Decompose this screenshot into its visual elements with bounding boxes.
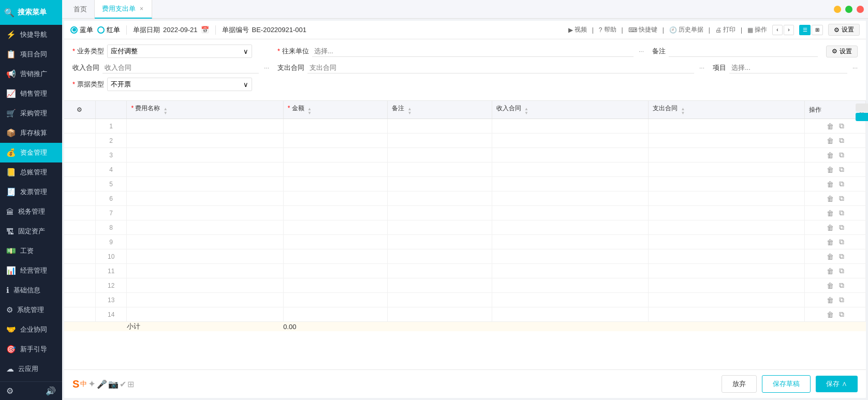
- remark-input[interactable]: [669, 46, 818, 57]
- row-delete-button[interactable]: 🗑: [825, 281, 835, 290]
- row-copy-button[interactable]: ⧉: [837, 208, 846, 218]
- row-delete-button[interactable]: 🗑: [825, 252, 835, 261]
- row-amount[interactable]: [283, 177, 388, 191]
- row-delete-button[interactable]: 🗑: [825, 194, 835, 203]
- sidebar-item-payroll[interactable]: 💵 工资: [0, 241, 62, 261]
- partner-more-icon[interactable]: ···: [639, 48, 644, 55]
- row-income-contract[interactable]: [492, 162, 648, 177]
- view-grid-button[interactable]: ⊞: [812, 25, 823, 35]
- sidebar-search-label[interactable]: 搜索菜单: [18, 8, 47, 17]
- window-maximize-button[interactable]: [845, 6, 852, 13]
- row-remark[interactable]: [388, 249, 492, 264]
- row-remark[interactable]: [388, 307, 492, 322]
- row-income-contract[interactable]: [492, 177, 648, 191]
- row-remark[interactable]: [388, 191, 492, 206]
- sidebar-item-project-contract[interactable]: 📋 项目合同: [0, 45, 62, 64]
- sidebar-item-tax[interactable]: 🏛 税务管理: [0, 202, 62, 221]
- nav-prev-button[interactable]: ‹: [772, 25, 783, 35]
- nav-next-button[interactable]: ›: [784, 25, 794, 35]
- settings-icon[interactable]: ⚙: [6, 386, 13, 396]
- row-delete-button[interactable]: 🗑: [825, 223, 835, 232]
- row-expense-contract[interactable]: [649, 177, 805, 191]
- save-draft-button[interactable]: 保存草稿: [762, 375, 811, 393]
- row-delete-button[interactable]: 🗑: [825, 266, 835, 276]
- row-remark[interactable]: [388, 264, 492, 278]
- row-expense-contract[interactable]: [649, 249, 805, 264]
- project-input[interactable]: [729, 62, 847, 73]
- row-remark[interactable]: [388, 278, 492, 293]
- row-income-contract[interactable]: [492, 278, 648, 293]
- row-copy-button[interactable]: ⧉: [837, 266, 846, 276]
- row-amount[interactable]: [283, 191, 388, 206]
- row-delete-button[interactable]: 🗑: [825, 295, 835, 305]
- row-expense-name[interactable]: [127, 191, 283, 206]
- sidebar-item-ledger[interactable]: 📒 总账管理: [0, 162, 62, 182]
- sidebar-item-invoice[interactable]: 🧾 发票管理: [0, 182, 62, 202]
- row-remark[interactable]: [388, 134, 492, 148]
- row-amount[interactable]: [283, 278, 388, 293]
- row-remark[interactable]: [388, 220, 492, 235]
- tab-expense-bill[interactable]: 费用支出单 ×: [95, 0, 152, 19]
- row-expense-contract[interactable]: [649, 148, 805, 162]
- radio-red[interactable]: 红单: [97, 25, 120, 35]
- row-delete-button[interactable]: 🗑: [825, 122, 835, 131]
- partner-input[interactable]: [312, 46, 634, 57]
- radio-blue[interactable]: 蓝单: [70, 25, 93, 35]
- row-copy-button[interactable]: ⧉: [837, 179, 846, 189]
- sidebar-item-capital[interactable]: 💰 资金管理: [0, 143, 62, 162]
- row-income-contract[interactable]: [492, 220, 648, 235]
- row-expense-contract[interactable]: [649, 206, 805, 220]
- row-amount[interactable]: [283, 264, 388, 278]
- row-delete-button[interactable]: 🗑: [825, 151, 835, 160]
- settings-button[interactable]: ⚙ 设置: [828, 24, 860, 36]
- sidebar-item-quick-nav[interactable]: ⚡ 快捷导航: [0, 25, 62, 45]
- row-expense-name[interactable]: [127, 206, 283, 220]
- row-expense-contract[interactable]: [649, 264, 805, 278]
- sidebar-item-inventory[interactable]: 📦 库存核算: [0, 123, 62, 143]
- row-income-contract[interactable]: [492, 235, 648, 249]
- row-amount[interactable]: [283, 220, 388, 235]
- row-expense-name[interactable]: [127, 307, 283, 322]
- row-remark[interactable]: [388, 162, 492, 177]
- table-settings-gear-icon[interactable]: ⚙: [77, 106, 82, 113]
- row-amount[interactable]: [283, 307, 388, 322]
- row-expense-name[interactable]: [127, 119, 283, 134]
- operate-action[interactable]: ▦ 操作: [747, 25, 767, 34]
- tab-close-button[interactable]: ×: [139, 5, 144, 12]
- row-income-contract[interactable]: [492, 307, 648, 322]
- row-delete-button[interactable]: 🗑: [825, 136, 835, 145]
- row-expense-contract[interactable]: [649, 220, 805, 235]
- calendar-icon[interactable]: 📅: [201, 26, 209, 34]
- row-expense-name[interactable]: [127, 278, 283, 293]
- row-income-contract[interactable]: [492, 249, 648, 264]
- row-remark[interactable]: [388, 148, 492, 162]
- sidebar-item-enterprise[interactable]: 🤝 企业协同: [0, 320, 62, 339]
- row-income-contract[interactable]: [492, 206, 648, 220]
- row-copy-button[interactable]: ⧉: [837, 121, 846, 131]
- sidebar-item-marketing[interactable]: 📢 营销推广: [0, 64, 62, 84]
- side-tab-note[interactable]: 备注: [856, 113, 868, 121]
- help-action[interactable]: ? 帮助: [599, 25, 616, 34]
- row-amount[interactable]: [283, 293, 388, 307]
- income-contract-more-icon[interactable]: ···: [264, 64, 269, 71]
- row-remark[interactable]: [388, 177, 492, 191]
- row-amount[interactable]: [283, 119, 388, 134]
- row-expense-contract[interactable]: [649, 278, 805, 293]
- row-remark[interactable]: [388, 119, 492, 134]
- row-copy-button[interactable]: ⧉: [837, 295, 846, 305]
- sidebar-item-cloud[interactable]: ☁ 云应用: [0, 359, 62, 379]
- row-copy-button[interactable]: ⧉: [837, 150, 846, 160]
- row-delete-button[interactable]: 🗑: [825, 209, 835, 218]
- tab-home[interactable]: 首页: [66, 0, 95, 19]
- row-expense-contract[interactable]: [649, 307, 805, 322]
- sidebar-item-guide[interactable]: 🎯 新手引导: [0, 339, 62, 359]
- expense-contract-input[interactable]: [307, 62, 694, 73]
- row-amount[interactable]: [283, 235, 388, 249]
- income-contract-input[interactable]: [102, 62, 259, 73]
- window-close-button[interactable]: [857, 6, 864, 13]
- row-income-contract[interactable]: [492, 134, 648, 148]
- row-copy-button[interactable]: ⧉: [837, 194, 846, 203]
- row-expense-name[interactable]: [127, 177, 283, 191]
- row-expense-name[interactable]: [127, 293, 283, 307]
- side-tab-attach[interactable]: 附件: [856, 103, 868, 112]
